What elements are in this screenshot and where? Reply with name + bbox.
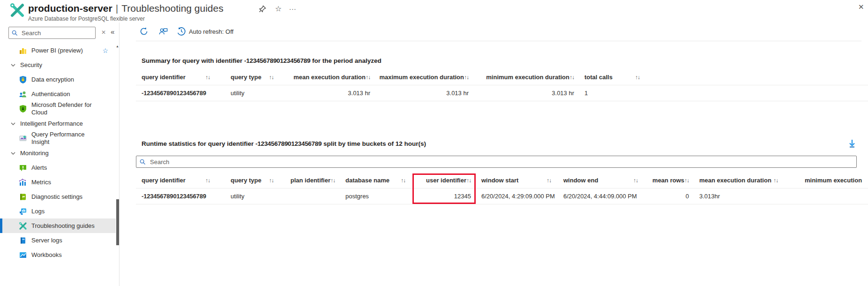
sidebar-item-power-bi[interactable]: Power BI (preview) ☆ [0,43,116,58]
azure-portal-blade: production-server|Troubleshooting guides… [0,0,868,286]
column-header-minimum-execution-duration[interactable]: minimum execution duration↑↓ [473,69,579,85]
server-name: production-server [28,3,112,14]
sidebar-item-label: Alerts [31,164,47,172]
sort-arrows-icon: ↑↓ [773,177,778,184]
sidebar-search-box[interactable] [8,27,96,39]
sort-arrows-icon: ↑↓ [401,177,405,184]
sidebar-item-alerts[interactable]: Alerts [0,160,116,175]
runtime-search-box[interactable] [136,156,857,168]
sidebar-item-label: Power BI (preview) [31,47,83,54]
sort-arrows-icon: ↑↓ [464,74,469,81]
column-header-database-name[interactable]: database name↑↓ [340,173,412,188]
sidebar-item-query-performance-insight[interactable]: Query Performance Insight [0,131,116,146]
sidebar-item-label: Troubleshooting guides [31,222,95,230]
alerts-icon [19,164,27,172]
server-logs-icon [19,236,27,245]
sidebar-item-workbooks[interactable]: Workbooks [0,248,116,262]
column-label: user identifier [426,177,466,184]
sort-arrows-icon: ↑↓ [684,177,689,184]
column-label: query type [231,74,262,81]
summary-table-header-row: query identifier↑↓ query type↑↓ mean exe… [136,69,868,85]
sidebar-item-server-logs[interactable]: Server logs [0,233,116,248]
download-icon[interactable] [847,138,857,149]
sort-arrows-icon: ↑↓ [569,74,574,81]
chevron-down-icon [10,121,16,127]
column-header-mean-rows[interactable]: mean rows↑↓ [644,173,694,188]
cell-minimum-execution [792,188,868,204]
column-label: mean rows [652,177,684,184]
runtime-search-input[interactable] [149,158,853,166]
refresh-icon[interactable] [139,27,149,36]
runtime-title-query-id: -1234567890123456789 [255,140,322,147]
cell-total-calls: 1 [579,85,656,101]
sort-arrows-icon: ↑↓ [546,177,551,184]
runtime-title-suffix: split by time buckets of 12 hour(s) [322,140,426,147]
column-header-user-identifier[interactable]: user identifier↑↓ [412,173,476,188]
sidebar-search-input[interactable] [21,29,92,37]
sidebar-item-metrics[interactable]: Metrics [0,175,116,189]
workbooks-icon [19,251,27,259]
sidebar-section-intelligent-performance[interactable]: Intelligent Performance [0,116,116,131]
cell-window-end: 6/20/2024, 4:44:09.000 PM [558,188,644,204]
column-header-maximum-execution-duration[interactable]: maximum execution duration↑↓ [375,69,473,85]
blade-name: Troubleshooting guides [121,3,224,14]
runtime-table-header-row: query identifier↑↓ query type↑↓ plan ide… [136,173,868,188]
favorite-star-icon[interactable]: ☆ [274,5,283,13]
column-header-window-start[interactable]: window start↑↓ [476,173,558,188]
more-options-icon[interactable]: ... [289,5,298,13]
column-label: minimum execution [805,177,862,184]
summary-table-row: -1234567890123456789 utility 3.013 hr 3.… [136,85,868,101]
metrics-icon [19,178,27,187]
query-performance-insight-icon [19,134,27,143]
sidebar-item-label: Metrics [31,179,51,186]
troubleshooting-guides-icon [9,2,25,18]
troubleshooting-guides-icon [19,222,27,230]
close-blade-icon[interactable]: ✕ [858,3,864,11]
sidebar-item-diagnostic-settings[interactable]: Diagnostic settings [0,189,116,204]
cell-query-identifier: -1234567890123456789 [136,85,225,101]
sidebar-section-label: Security [20,61,42,68]
sort-arrows-icon: ↑↓ [466,177,471,184]
sidebar-item-authentication[interactable]: Authentication [0,87,116,101]
column-label: query type [231,177,262,184]
sidebar-section-label: Monitoring [20,150,49,157]
column-label: window start [481,177,518,184]
sidebar-item-data-encryption[interactable]: Data encryption [0,72,116,87]
column-header-mean-execution-duration[interactable]: mean execution duration↑↓ [694,173,792,188]
sidebar-item-troubleshooting-guides[interactable]: Troubleshooting guides [0,218,116,233]
sidebar-collapse-icon[interactable]: « [111,28,114,36]
summary-table: query identifier↑↓ query type↑↓ mean exe… [136,69,868,101]
power-bi-favorite-star-icon[interactable]: ☆ [102,47,108,54]
column-label: mean execution duration [699,177,771,184]
auto-refresh-label[interactable]: Auto refresh: Off [189,28,233,35]
sidebar-section-security[interactable]: Security [0,58,116,72]
chevron-down-icon [10,62,16,68]
feedback-icon[interactable] [158,27,168,36]
sidebar-scrollbar-thumb[interactable] [116,199,119,245]
column-header-total-calls[interactable]: total calls↑↓ [579,69,656,85]
column-header-query-type[interactable]: query type↑↓ [225,173,281,188]
diagnostic-settings-icon [19,193,27,201]
cell-plan-identifier [281,188,340,204]
column-header-plan-identifier[interactable]: plan identifier↑↓ [281,173,340,188]
column-label: mean execution duration [293,74,366,81]
sidebar-item-logs[interactable]: Logs [0,204,116,218]
column-header-window-end[interactable]: window end↑↓ [558,173,644,188]
column-header-query-identifier[interactable]: query identifier↑↓ [136,173,225,188]
sidebar-search-clear-icon[interactable]: ✕ [101,29,106,36]
column-header-query-identifier[interactable]: query identifier↑↓ [136,69,225,85]
sidebar-nav: Power BI (preview) ☆ Security Data encry… [0,43,116,262]
sidebar-item-defender-for-cloud[interactable]: Microsoft Defender for Cloud [0,101,116,116]
column-header-query-type[interactable]: query type↑↓ [225,69,281,85]
auto-refresh-clock-icon[interactable] [177,27,186,36]
cell-maximum-execution-duration: 3.013 hr [375,85,473,101]
pin-icon[interactable] [258,5,267,13]
sidebar-item-label: Data encryption [31,76,74,83]
column-header-mean-execution-duration[interactable]: mean execution duration↑↓ [281,69,375,85]
column-header-minimum-execution[interactable]: minimum execution [792,173,868,188]
sidebar-scrollbar-up-icon[interactable]: ▲ [116,45,119,48]
column-label: window end [563,177,598,184]
sidebar-item-label: Query Performance Insight [31,131,103,146]
cell-query-type: utility [225,188,281,204]
sidebar-section-monitoring[interactable]: Monitoring [0,146,116,160]
